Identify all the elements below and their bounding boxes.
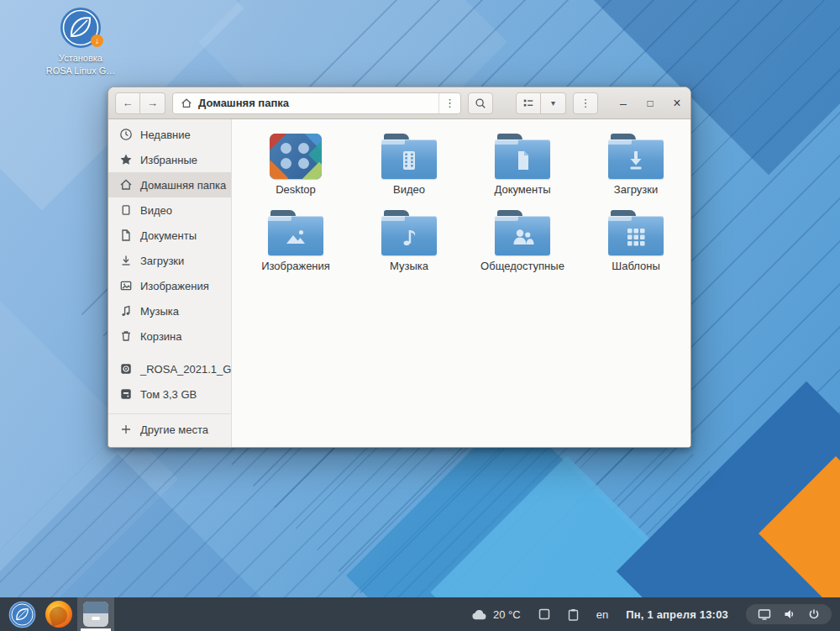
desktop-tile-icon: [270, 134, 322, 179]
file-label: Desktop: [276, 183, 316, 196]
file-item-image[interactable]: Изображения: [246, 207, 345, 276]
sidebar-item-trash[interactable]: Корзина: [108, 323, 231, 349]
files-app-icon: [83, 602, 108, 627]
sidebar-list: Недавние Избранные Домашняя папка Видео …: [108, 122, 231, 349]
taskbar-firefox-button[interactable]: [40, 597, 77, 631]
image-icon: [119, 279, 133, 292]
sidebar-item-video[interactable]: Видео: [108, 197, 231, 223]
sidebar-item-other-places[interactable]: Другие места: [108, 417, 231, 442]
close-button[interactable]: ×: [670, 96, 684, 111]
file-item-desktop[interactable]: Desktop: [246, 130, 345, 199]
folder-icon-templates: [608, 210, 664, 255]
sidebar-item-label: Домашняя папка: [140, 179, 226, 192]
system-tray: 20 °C en Пн, 1 апреля 13:03: [471, 604, 832, 624]
file-label: Документы: [494, 183, 550, 196]
keyboard-layout-label: en: [596, 608, 608, 621]
search-button[interactable]: [468, 92, 493, 114]
path-bar[interactable]: Домашняя папка ⋮: [172, 92, 461, 114]
file-label: Общедоступные: [480, 260, 564, 272]
sidebar-device-disc[interactable]: _ROSA_2021.1_GNO: [108, 356, 231, 381]
clipboard-icon: [568, 608, 579, 621]
home-icon: [119, 178, 133, 192]
file-item-document[interactable]: Документы: [473, 130, 572, 199]
sidebar-item-home[interactable]: Домашняя папка: [108, 172, 231, 197]
music-emblem-icon: [381, 218, 437, 255]
sidebar-item-clock[interactable]: Недавние: [108, 122, 231, 147]
path-menu-button[interactable]: ⋮: [438, 93, 460, 113]
sidebar-item-label: _ROSA_2021.1_GNO: [140, 363, 232, 376]
file-item-download[interactable]: Загрузки: [586, 130, 685, 199]
file-view[interactable]: Desktop Видео Документы Загрузки Изображ…: [232, 119, 690, 447]
taskbar-files-button[interactable]: [77, 597, 114, 631]
public-emblem-icon: [495, 218, 550, 255]
clock[interactable]: Пн, 1 апреля 13:03: [626, 608, 728, 621]
minimize-button[interactable]: –: [617, 97, 630, 110]
file-item-music[interactable]: Музыка: [360, 207, 459, 276]
sidebar-item-star[interactable]: Избранные: [108, 147, 231, 172]
clipboard-indicator[interactable]: [568, 608, 579, 621]
home-icon: [181, 97, 192, 109]
volume-icon: [119, 387, 133, 401]
temperature-label: 20 °C: [493, 608, 521, 621]
back-button[interactable]: ←: [115, 92, 140, 114]
chevron-down-icon: ▾: [551, 98, 555, 108]
plus-icon: [119, 423, 133, 436]
titlebar[interactable]: ← → Домашняя папка ⋮: [108, 87, 690, 119]
forward-icon: →: [147, 97, 158, 109]
file-label: Загрузки: [614, 183, 658, 196]
sidebar-item-music[interactable]: Музыка: [108, 298, 231, 323]
folder-icon-music: [381, 210, 437, 255]
sidebar-item-label: Корзина: [140, 330, 182, 343]
trash-icon: [119, 329, 133, 343]
system-status-area[interactable]: [746, 604, 832, 624]
sidebar-item-document[interactable]: Документы: [108, 223, 231, 248]
view-mode-button[interactable]: [516, 92, 541, 114]
sidebar-item-label: Другие места: [140, 423, 208, 436]
document-icon: [119, 229, 133, 242]
disc-icon: [119, 362, 133, 376]
view-options-button[interactable]: ▾: [541, 92, 566, 114]
templates-emblem-icon: [608, 218, 664, 255]
weather-cloud-icon: [471, 608, 487, 620]
sidebar-item-label: Документы: [140, 229, 197, 242]
file-item-templates[interactable]: Шаблоны: [586, 207, 685, 276]
folder-icon-video: [381, 134, 437, 179]
workspace-indicator[interactable]: [538, 608, 550, 620]
sidebar-device-volume[interactable]: Том 3,3 GB: [108, 381, 231, 407]
sidebar-item-label: Недавние: [140, 129, 191, 141]
clock-icon: [119, 128, 133, 141]
download-emblem-icon: [608, 142, 664, 179]
file-label: Музыка: [390, 260, 428, 272]
sidebar-item-download[interactable]: Загрузки: [108, 248, 231, 273]
window-menu-button[interactable]: ⋮: [573, 92, 598, 114]
maximize-button[interactable]: □: [643, 97, 657, 109]
download-icon: [119, 254, 133, 267]
file-item-public[interactable]: Общедоступные: [473, 207, 572, 276]
file-grid: Desktop Видео Документы Загрузки Изображ…: [246, 130, 690, 276]
weather-indicator[interactable]: 20 °C: [471, 608, 521, 621]
taskbar-rosa-menu-button[interactable]: [3, 597, 40, 631]
sidebar-item-label: Том 3,3 GB: [140, 388, 197, 401]
sidebar-devices: _ROSA_2021.1_GNO Том 3,3 GB: [108, 356, 231, 407]
firefox-icon: [45, 601, 72, 628]
video-icon: [119, 203, 133, 217]
folder-icon-download: [608, 134, 664, 179]
sidebar-bottom: Другие места: [108, 413, 231, 447]
file-label: Шаблоны: [612, 260, 660, 272]
image-emblem-icon: [268, 218, 323, 255]
sidebar-item-label: Музыка: [140, 305, 179, 318]
installer-shortcut[interactable]: ↓ Установка ROSA Linux G…: [42, 7, 119, 77]
display-icon: [758, 608, 771, 620]
square-outline-icon: [538, 608, 550, 620]
folder-icon-image: [268, 210, 323, 255]
rosa-logo-icon: [8, 601, 36, 628]
sidebar-item-image[interactable]: Изображения: [108, 273, 231, 298]
keyboard-layout-indicator[interactable]: en: [596, 608, 608, 621]
forward-button[interactable]: →: [140, 92, 165, 114]
window-controls: – □ ×: [617, 96, 684, 111]
document-emblem-icon: [495, 142, 550, 179]
list-view-icon: [522, 97, 534, 109]
file-item-video[interactable]: Видео: [360, 130, 459, 199]
rosa-logo-icon: ↓: [60, 7, 102, 49]
star-icon: [119, 153, 133, 166]
